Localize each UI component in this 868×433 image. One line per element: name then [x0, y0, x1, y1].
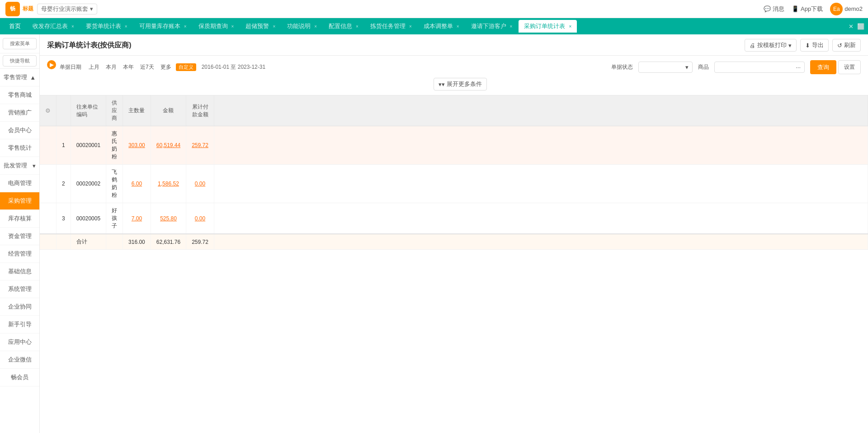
- td-extra: [214, 165, 868, 203]
- td-paid-amount[interactable]: 0.00: [186, 165, 214, 203]
- close-all-icon[interactable]: ✕: [849, 23, 854, 30]
- table-row: 3 00020005 好孩子 7.00 525.80 0.00: [40, 203, 868, 234]
- sidebar-item-operations[interactable]: 经营管理: [0, 245, 39, 263]
- close-icon[interactable]: ×: [71, 24, 74, 29]
- footer-label: 合计: [71, 234, 106, 250]
- custom-date-tag[interactable]: 自定义: [176, 63, 196, 71]
- td-quantity[interactable]: 7.00: [123, 203, 151, 234]
- column-settings-icon[interactable]: ⚙: [45, 107, 51, 114]
- tab-chaochuyujing[interactable]: 超储预警 ×: [240, 20, 281, 33]
- toggle-filter-button[interactable]: ▶: [47, 60, 56, 69]
- sidebar-item-wholesale[interactable]: 批发管理 ▾: [0, 157, 39, 175]
- sidebar-item-appcenter[interactable]: 应用中心: [0, 333, 39, 351]
- expand-button[interactable]: ▾▾ 展开更多条件: [434, 78, 487, 90]
- message-btn[interactable]: 💬 消息: [764, 5, 784, 13]
- query-button[interactable]: 查询: [810, 60, 836, 74]
- appcenter-label: 应用中心: [8, 338, 32, 346]
- sidebar-item-purchase[interactable]: 采购管理: [0, 192, 39, 210]
- tab-peizhixinxi[interactable]: 配置信息 ×: [323, 20, 364, 33]
- shortcut-this-year[interactable]: 本年: [121, 62, 136, 72]
- nav-tab-controls: ✕ ⬜: [849, 23, 864, 30]
- tab-chenbendiaozheng[interactable]: 成本调整单 ×: [418, 20, 465, 33]
- logo-area: 畅 标题: [5, 2, 33, 16]
- sidebar-item-retail[interactable]: 零售管理 ▲: [0, 69, 39, 86]
- status-select[interactable]: ▾: [638, 62, 693, 73]
- tab-home[interactable]: 首页: [4, 20, 26, 33]
- close-icon[interactable]: ×: [273, 24, 275, 29]
- message-label: 消息: [773, 5, 784, 13]
- tab-yaoqingxiayouke[interactable]: 邀请下游客户 ×: [466, 20, 518, 33]
- footer-extra: [214, 234, 868, 250]
- td-no: 1: [57, 126, 71, 165]
- tab-baoyuanqi[interactable]: 保质期查询 ×: [193, 20, 240, 33]
- td-paid-amount[interactable]: 0.00: [186, 203, 214, 234]
- th-quantity: 主数量: [123, 95, 151, 126]
- td-quantity[interactable]: 303.00: [123, 126, 151, 165]
- close-icon[interactable]: ×: [510, 24, 513, 29]
- maximize-icon[interactable]: ⬜: [857, 23, 864, 30]
- td-unit-code: 00020005: [71, 203, 106, 234]
- close-icon[interactable]: ×: [356, 24, 359, 29]
- sidebar-item-marketing[interactable]: 营销推广: [0, 104, 39, 122]
- app-download-btn[interactable]: 📱 App下载: [792, 5, 823, 13]
- tab-gongnengshuo[interactable]: 功能说明 ×: [282, 20, 322, 33]
- footer-amount: 62,631.76: [151, 234, 186, 250]
- quick-nav-button[interactable]: 快捷导航: [3, 55, 37, 67]
- sidebar-item-finance[interactable]: 资金管理: [0, 228, 39, 245]
- logo-icon: 畅: [5, 2, 20, 16]
- sidebar-item-members[interactable]: 会员中心: [0, 122, 39, 139]
- username: demo2: [844, 5, 863, 12]
- newguide-label: 新手引导: [8, 320, 32, 328]
- sidebar-item-ecommerce[interactable]: 电商管理: [0, 175, 39, 192]
- close-icon[interactable]: ×: [184, 24, 187, 29]
- th-settings[interactable]: ⚙: [40, 95, 57, 126]
- tab-shoufayuhui[interactable]: 收发存汇总表 ×: [27, 20, 80, 33]
- sidebar-item-basic[interactable]: 基础信息: [0, 263, 39, 281]
- sidebar-item-enterprise[interactable]: 企业协同: [0, 298, 39, 316]
- shortcut-more[interactable]: 更多: [159, 62, 173, 72]
- td-amount[interactable]: 525.80: [151, 203, 186, 234]
- sidebar-item-retail-shop[interactable]: 零售商城: [0, 86, 39, 104]
- goods-input[interactable]: ···: [714, 62, 805, 73]
- sidebar-item-inventory[interactable]: 库存核算: [0, 210, 39, 228]
- wholesale-arrow-icon: ▾: [33, 162, 36, 169]
- td-amount[interactable]: 1,586.52: [151, 165, 186, 203]
- settings-button[interactable]: 设置: [838, 60, 861, 74]
- shortcut-last-month[interactable]: 上月: [87, 62, 101, 72]
- tab-yaohuo[interactable]: 要货单统计表 ×: [80, 20, 133, 33]
- sidebar-item-retail-stats[interactable]: 零售统计: [0, 139, 39, 157]
- sidebar-item-newguide[interactable]: 新手引导: [0, 316, 39, 333]
- tab-taschuorenwu[interactable]: 拣货任务管理 ×: [365, 20, 417, 33]
- sidebar-item-vip[interactable]: 畅会员: [0, 369, 39, 386]
- export-button[interactable]: ⬇ 导出: [800, 39, 829, 52]
- shortcut-this-month[interactable]: 本月: [104, 62, 118, 72]
- close-icon[interactable]: ×: [457, 24, 459, 29]
- workspace-selector[interactable]: 母婴行业演示账套 ▾: [37, 4, 97, 14]
- tab-caigoudingdan[interactable]: 采购订单统计表 ×: [519, 20, 577, 33]
- refresh-button[interactable]: ↺ 刷新: [832, 39, 861, 52]
- sidebar-item-wechat[interactable]: 企业微信: [0, 351, 39, 369]
- close-icon[interactable]: ×: [409, 24, 412, 29]
- search-button[interactable]: 搜索英单: [3, 38, 37, 49]
- close-icon[interactable]: ×: [314, 24, 317, 29]
- sidebar-item-system[interactable]: 系统管理: [0, 281, 39, 298]
- td-paid-amount[interactable]: 259.72: [186, 126, 214, 165]
- date-label: 单据日期: [60, 63, 81, 71]
- close-icon[interactable]: ×: [125, 24, 127, 29]
- close-icon[interactable]: ×: [231, 24, 234, 29]
- goods-more-icon[interactable]: ···: [796, 64, 801, 71]
- print-button[interactable]: 🖨 按模板打印 ▾: [745, 39, 797, 52]
- expand-icon: ▾▾: [439, 81, 445, 88]
- td-unit-code: 00020002: [71, 165, 106, 203]
- shortcut-7days[interactable]: 近7天: [138, 62, 156, 72]
- td-quantity[interactable]: 6.00: [123, 165, 151, 203]
- print-dropdown-icon: ▾: [788, 42, 792, 49]
- th-amount: 金额: [151, 95, 186, 126]
- user-area[interactable]: Ea demo2: [830, 3, 863, 15]
- tab-label: 保质期查询: [198, 22, 228, 30]
- tab-keyonglianku[interactable]: 可用量库存账本 ×: [134, 20, 192, 33]
- close-icon[interactable]: ×: [569, 24, 571, 29]
- td-amount[interactable]: 60,519.44: [151, 126, 186, 165]
- data-table: ⚙ 往来单位编码 供应商 主数量 金额 累计付款金额 1: [40, 95, 868, 250]
- footer-settings: [40, 234, 57, 250]
